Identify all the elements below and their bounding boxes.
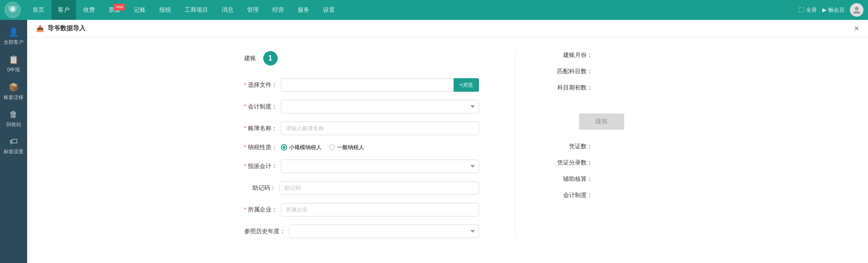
person-icon: 👤 <box>9 27 19 37</box>
right-accounting-label: 会计制度： <box>552 191 593 199</box>
sidebar-item-tags[interactable]: 🏷 标签设置 <box>1 133 26 159</box>
fullscreen-button[interactable]: ⛶ 全屏 <box>799 6 817 14</box>
period-row: 科目期初数： <box>552 84 651 92</box>
company-row: * 所属企业： <box>244 203 479 216</box>
nav-customers[interactable]: 客户 <box>52 0 76 20</box>
right-accounting-row: 会计制度： <box>552 191 651 199</box>
match-label: 匹配科目数： <box>552 67 593 75</box>
aux-row: 辅助核算： <box>552 175 651 183</box>
logo <box>5 2 21 18</box>
ledger-label: * 账簿名称： <box>244 124 278 132</box>
sidebar: 👤 全部客户 📋 0申报 📦 账套迁移 🗑 回收站 🏷 标签设置 <box>0 20 27 263</box>
nav-fees[interactable]: 收费 <box>77 0 101 20</box>
content-header: 📤 导爷数据导入 × <box>27 20 868 38</box>
vip-icon: ▶ <box>822 7 826 13</box>
page-title: 导爷数据导入 <box>47 24 85 33</box>
history-row: 参照历史年度： <box>244 225 479 238</box>
ledger-input[interactable] <box>281 122 479 135</box>
step-indicator: 1 <box>263 51 278 66</box>
svg-point-2 <box>855 7 859 10</box>
memo-input[interactable] <box>280 181 479 195</box>
voucher-split-row: 凭证分录数： <box>552 159 651 167</box>
accountant-row: * 指派会计： <box>244 160 479 173</box>
history-select[interactable] <box>289 225 479 238</box>
sidebar-item-declaration[interactable]: 📋 0申报 <box>1 51 26 77</box>
top-navigation: 首页 客户 收费 票据 new 记账 报税 工商项目 消息 管理 经营 服务 设… <box>0 0 868 20</box>
nav-items: 首页 客户 收费 票据 new 记账 报税 工商项目 消息 管理 经营 服务 设… <box>26 0 799 20</box>
period-label: 科目期初数： <box>552 84 593 92</box>
content-area: 📤 导爷数据导入 × 建账 1 <box>27 20 868 263</box>
tax-label: * 纳税性质： <box>244 143 278 151</box>
main-layout: 👤 全部客户 📋 0申报 📦 账套迁移 🗑 回收站 🏷 标签设置 📤 导爷数据导… <box>0 20 868 263</box>
build-account-button[interactable]: 建账 <box>579 113 624 130</box>
voucher-split-label: 凭证分录数： <box>552 159 593 167</box>
company-input[interactable] <box>281 203 479 216</box>
vertical-divider <box>515 51 516 238</box>
nav-message[interactable]: 消息 <box>215 0 240 20</box>
tag-icon: 🏷 <box>9 137 18 146</box>
accounting-select[interactable] <box>281 100 479 113</box>
tax-row: * 纳税性质： 小规模纳税人 一般纳税人 <box>244 143 479 151</box>
declaration-icon: 📋 <box>9 55 19 65</box>
sidebar-item-all-customers[interactable]: 👤 全部客户 <box>1 23 26 49</box>
avatar[interactable] <box>850 3 863 17</box>
file-input-wrap: +浏览 <box>281 78 479 92</box>
nav-operation[interactable]: 经营 <box>266 0 290 20</box>
nav-business[interactable]: 工商项目 <box>178 0 214 20</box>
radio-checked-icon <box>281 144 287 150</box>
accountant-label: * 指派会计： <box>244 162 278 170</box>
fullscreen-icon: ⛶ <box>799 7 804 13</box>
migration-icon: 📦 <box>9 82 19 92</box>
build-account-header: 建账 1 <box>244 51 479 66</box>
content-body: 建账 1 * 选择文件： +浏览 <box>27 38 868 263</box>
file-input[interactable] <box>281 78 454 92</box>
trash-icon: 🗑 <box>9 110 18 119</box>
sidebar-item-recycle[interactable]: 🗑 回收站 <box>1 106 26 132</box>
nav-manage[interactable]: 管理 <box>241 0 265 20</box>
tax-radio-group: 小规模纳税人 一般纳税人 <box>281 144 364 151</box>
match-row: 匹配科目数： <box>552 67 651 75</box>
file-row: * 选择文件： +浏览 <box>244 78 479 92</box>
build-label: 建账 <box>244 54 256 62</box>
sidebar-item-migration[interactable]: 📦 账套迁移 <box>1 79 26 104</box>
voucher-label: 凭证数： <box>552 142 593 150</box>
tax-option-general[interactable]: 一般纳税人 <box>329 144 364 151</box>
month-row: 建账月份： <box>552 51 651 59</box>
nav-service[interactable]: 服务 <box>291 0 316 20</box>
form-right: 建账月份： 匹配科目数： 科目期初数： 建账 <box>552 51 651 238</box>
memo-row: 助记码： <box>244 181 479 195</box>
file-label: * 选择文件： <box>244 81 278 89</box>
nav-right: ⛶ 全屏 ▶ 畅会员 <box>799 3 863 17</box>
ledger-row: * 账簿名称： <box>244 122 479 135</box>
close-button[interactable]: × <box>854 24 859 33</box>
form-left: 建账 1 * 选择文件： +浏览 <box>244 51 479 238</box>
nav-tickets[interactable]: 票据 new <box>102 0 127 20</box>
new-badge: new <box>114 4 125 10</box>
accountant-select[interactable] <box>281 160 479 173</box>
aux-label: 辅助核算： <box>552 175 593 183</box>
vip-button[interactable]: ▶ 畅会员 <box>822 6 844 14</box>
history-label: 参照历史年度： <box>244 227 285 235</box>
nav-settings[interactable]: 设置 <box>317 0 341 20</box>
month-label: 建账月份： <box>552 51 593 59</box>
form-container: 建账 1 * 选择文件： +浏览 <box>244 51 651 238</box>
nav-tax[interactable]: 报税 <box>153 0 177 20</box>
accounting-row: * 会计制度： <box>244 100 479 113</box>
browse-button[interactable]: +浏览 <box>454 78 479 92</box>
import-icon: 📤 <box>36 25 44 32</box>
company-label: * 所属企业： <box>244 206 278 214</box>
tax-option-small[interactable]: 小规模纳税人 <box>281 144 322 151</box>
nav-bookkeeping[interactable]: 记账 <box>128 0 152 20</box>
nav-home[interactable]: 首页 <box>26 0 51 20</box>
accounting-label: * 会计制度： <box>244 103 278 111</box>
memo-label: 助记码： <box>244 184 276 192</box>
voucher-row: 凭证数： <box>552 142 651 150</box>
radio-unchecked-icon <box>329 144 335 150</box>
svg-point-1 <box>10 7 15 11</box>
